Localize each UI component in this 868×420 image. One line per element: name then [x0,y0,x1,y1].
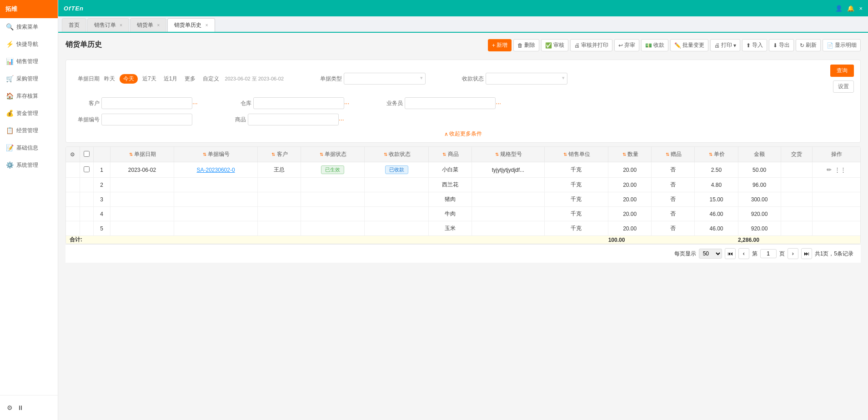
page-header-left: 销货单历史 [65,40,102,55]
tab-sales-order-close[interactable]: × [120,23,122,28]
discard-icon: ↩ [618,42,623,49]
col-code-header[interactable]: ⇅ 单据编号 [174,147,258,162]
summary-op-empty [813,236,860,244]
summary-amount: 2,286.00 [738,236,781,244]
sidebar-item-operations-mgmt[interactable]: 📋 经营管理 [0,122,58,139]
sidebar-item-search-menu[interactable]: 🔍 搜索菜单 [0,18,58,35]
row-pay-status [365,221,429,236]
staff-input[interactable] [405,97,496,109]
main-area: OfTEn 👤 🔔 × 首页 销售订单 × 销货单 × 销货单历史 × 销货单历… [58,0,868,420]
row-gift: 否 [652,162,695,178]
date-btn-1month[interactable]: 近1月 [161,74,181,84]
import-button[interactable]: ⬆ 导入 [742,39,767,51]
col-unit-header[interactable]: ⇅ 销售单位 [544,147,608,162]
row-checkbox[interactable] [84,166,90,172]
sidebar-item-basic-info[interactable]: 📝 基础信息 [0,139,58,156]
customer-ellipsis-btn[interactable]: ··· [192,100,198,107]
table-footer: 合计: 100.00 2,286.00 [66,236,860,244]
audit-print-button[interactable]: 🖨 审核并打印 [570,39,612,51]
audit-button[interactable]: ✅ 审核 [541,39,568,51]
doc-type-input[interactable] [344,73,426,85]
audit-print-icon: 🖨 [574,42,580,49]
topbar-bell-icon[interactable]: 🔔 [847,5,854,12]
page-input[interactable] [760,249,777,258]
export-button[interactable]: ⬇ 导出 [769,39,794,51]
goods-input[interactable] [248,114,339,125]
col-qty-header[interactable]: ⇅ 数量 [608,147,652,162]
edit-op-icon[interactable]: ✏ [827,166,832,173]
col-gear[interactable]: ⚙ [66,147,80,162]
show-detail-button[interactable]: 📄 显示明细 [823,39,861,51]
sidebar-item-system-mgmt[interactable]: ⚙️ 系统管理 [0,156,58,174]
tab-sales-invoice[interactable]: 销货单 × [130,18,166,32]
date-btn-custom[interactable]: 自定义 [200,74,222,84]
sort-goods-icon: ⇅ [442,152,446,157]
sidebar-item-quick-nav[interactable]: ⚡ 快捷导航 [0,35,58,53]
more-op-icon[interactable]: ⋮⋮ [834,166,846,173]
row-gear-cell [66,162,80,178]
tab-sales-history[interactable]: 销货单历史 × [167,18,215,32]
row-price: 15.00 [695,192,738,207]
tab-sales-order[interactable]: 销售订单 × [87,18,129,32]
row-checkbox-cell[interactable] [80,207,93,221]
filter-row-1: 单据日期 昨天 今天 近7天 近1月 更多 自定义 2023-06-02 至 2… [72,65,854,93]
date-btn-7days[interactable]: 近7天 [140,74,159,84]
print-button[interactable]: 🖨 打印 ▾ [710,39,740,51]
sidebar-bottom-icon1[interactable]: ⚙ ⏸ [0,399,58,416]
sort-spec-icon: ⇅ [495,152,499,157]
row-doc-status [301,178,365,192]
col-checkbox[interactable] [80,147,93,162]
discard-button[interactable]: ↩ 弃审 [614,39,639,51]
warehouse-ellipsis-btn[interactable]: ··· [344,100,350,107]
row-checkbox-cell[interactable] [80,162,93,178]
settings-button[interactable]: 设置 [833,80,854,93]
sidebar-item-sales-mgmt[interactable]: 📊 销售管理 [0,53,58,70]
doc-code-link[interactable]: SA-20230602-0 [197,167,235,173]
topbar-close-icon[interactable]: × [859,5,863,12]
tab-home[interactable]: 首页 [62,18,86,32]
settings-bottom-icon: ⚙ [5,404,14,412]
first-page-button[interactable]: ⏮ [725,248,736,259]
delete-button[interactable]: 🗑 删除 [513,39,539,51]
collect-button[interactable]: 💵 收款 [641,39,668,51]
collapse-btn[interactable]: ∧ 收起更多条件 [444,130,482,138]
per-page-select[interactable]: 50 20 100 200 [699,249,722,259]
filter-staff-field: 业务员 ··· [376,97,501,109]
query-button[interactable]: 查询 [830,65,854,77]
row-checkbox-cell[interactable] [80,178,93,192]
warehouse-input[interactable] [253,97,344,109]
last-page-button[interactable]: ⏭ [801,248,812,259]
staff-ellipsis-btn[interactable]: ··· [496,100,501,107]
col-price-header[interactable]: ⇅ 单价 [695,147,738,162]
goods-ellipsis-btn[interactable]: ··· [339,116,344,123]
add-button[interactable]: + 新增 [488,39,512,51]
date-btn-today[interactable]: 今天 [120,74,138,84]
col-gift-header[interactable]: ⇅ 赠品 [652,147,695,162]
doc-no-input[interactable] [101,114,192,125]
row-checkbox-cell[interactable] [80,221,93,236]
date-btn-yesterday[interactable]: 昨天 [101,74,118,84]
sidebar-item-finance-mgmt[interactable]: 💰 资金管理 [0,105,58,122]
pay-status-input[interactable] [486,73,567,85]
sidebar-item-purchase-mgmt[interactable]: 🛒 采购管理 [0,70,58,87]
col-spec-header[interactable]: ⇅ 规格型号 [472,147,544,162]
select-all-checkbox[interactable] [84,151,90,157]
customer-input[interactable] [101,97,192,109]
row-doc-status [301,192,365,207]
col-pay-status-header[interactable]: ⇅ 收款状态 [365,147,429,162]
date-btn-more[interactable]: 更多 [182,74,198,84]
tab-sales-history-close[interactable]: × [206,23,208,28]
topbar-user-icon[interactable]: 👤 [835,5,843,12]
col-goods-header[interactable]: ⇅ 商品 [429,147,472,162]
batch-change-button[interactable]: ✏️ 批量变更 [670,39,708,51]
refresh-button[interactable]: ↻ 刷新 [796,39,821,51]
tab-sales-invoice-close[interactable]: × [157,23,160,28]
next-page-button[interactable]: › [788,248,798,259]
sidebar-item-inventory[interactable]: 🏠 库存核算 [0,87,58,105]
col-customer-header[interactable]: ⇅ 客户 [257,147,301,162]
col-date-header[interactable]: ⇅ 单据日期 [110,147,174,162]
prev-page-button[interactable]: ‹ [738,248,749,259]
col-doc-status-header[interactable]: ⇅ 单据状态 [301,147,365,162]
row-checkbox-cell[interactable] [80,192,93,207]
basic-info-icon: 📝 [5,144,14,152]
